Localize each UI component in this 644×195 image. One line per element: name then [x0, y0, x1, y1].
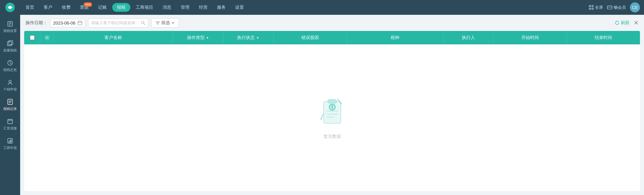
personal-tax-icon [6, 79, 14, 86]
nav-home[interactable]: 首页 [22, 3, 38, 12]
toolbar-right: 刷新 ✕ [615, 19, 639, 27]
table-body: 暂无数据 [24, 44, 640, 191]
th-error: 错误股因 [274, 32, 347, 43]
search-icon [141, 21, 145, 25]
nav-invoice[interactable]: 票据 new [76, 3, 93, 12]
tax-settings-icon [6, 20, 14, 28]
logo[interactable] [4, 1, 16, 13]
th-op-type[interactable]: 操作类型 ▼ [173, 32, 223, 43]
nav-items: 首页 客户 收费 票据 new 记账 报税 工商项目 消息 管理 经营 服务 设… [22, 3, 589, 12]
th-tax-type: 税种 [347, 32, 443, 43]
search-box[interactable]: 请输入客户助记码或名称 [88, 18, 148, 28]
svg-line-33 [144, 24, 145, 25]
top-nav-right: 全屏 畅会员 CE [589, 2, 640, 12]
chevron-down-icon [171, 21, 175, 25]
svg-rect-36 [328, 100, 337, 103]
annual-report-icon [6, 137, 14, 145]
sidebar-item-batch-tax[interactable]: 批量报税 [1, 37, 19, 55]
svg-rect-28 [78, 21, 82, 25]
svg-line-46 [321, 114, 323, 119]
th-name: 客户名称 [54, 32, 173, 43]
layout: 报税设置 批量报税 报税总览 [0, 15, 644, 195]
member-button[interactable]: 畅会员 [607, 5, 626, 10]
th-gear[interactable] [40, 32, 54, 43]
nav-industrial[interactable]: 工商项目 [132, 3, 157, 12]
nav-service[interactable]: 服务 [213, 3, 230, 12]
svg-rect-2 [589, 5, 591, 7]
svg-point-34 [46, 37, 48, 39]
nav-tax[interactable]: 报税 [112, 3, 130, 12]
batch-tax-icon [6, 40, 14, 47]
th-executor: 执行人 [443, 32, 494, 43]
nav-settings[interactable]: 设置 [231, 3, 248, 12]
nav-customer[interactable]: 客户 [40, 3, 56, 12]
gear-icon [44, 35, 50, 40]
date-label: 操作日期： [26, 20, 47, 26]
svg-point-15 [9, 80, 11, 83]
top-nav: 首页 客户 收费 票据 new 记账 报税 工商项目 消息 管理 经营 服务 设… [0, 0, 644, 15]
new-badge: new [84, 2, 92, 7]
th-start-time: 开始时间 [493, 32, 567, 43]
sort-icon-op-type: ▼ [206, 36, 209, 40]
close-button[interactable]: ✕ [634, 19, 639, 27]
table-container: 客户名称 操作类型 ▼ 执行状态 ▼ 错误股因 税种 执行人 开始时间 结束时间 [24, 31, 640, 191]
svg-rect-23 [11, 119, 11, 120]
filter-icon [156, 21, 160, 25]
sidebar-item-tax-settings[interactable]: 报税设置 [1, 17, 19, 36]
filter-button[interactable]: 筛选 [151, 18, 179, 28]
svg-rect-13 [9, 41, 13, 45]
fullscreen-icon [589, 5, 594, 10]
calendar-icon [78, 21, 82, 25]
svg-point-47 [320, 118, 321, 120]
nav-manage[interactable]: 管理 [177, 3, 194, 12]
toolbar: 操作日期： 2023-06-06 请输入客户助记码或名称 [20, 15, 644, 31]
sort-icon-exec-status: ▼ [256, 36, 259, 40]
svg-rect-22 [9, 119, 9, 120]
th-exec-status[interactable]: 执行状态 ▼ [223, 32, 274, 43]
nav-fee[interactable]: 收费 [58, 3, 75, 12]
tax-overview-icon [6, 59, 14, 67]
nav-operation[interactable]: 经营 [195, 3, 212, 12]
svg-rect-12 [7, 42, 11, 46]
settlement-icon [6, 118, 14, 125]
svg-rect-20 [8, 119, 12, 124]
svg-rect-6 [607, 6, 612, 9]
refresh-button[interactable]: 刷新 [615, 20, 630, 26]
table-scroll[interactable]: 暂无数据 [24, 44, 640, 191]
svg-rect-26 [10, 140, 10, 143]
fullscreen-button[interactable]: 全屏 [589, 5, 603, 10]
avatar[interactable]: CE [630, 2, 640, 12]
th-checkbox[interactable] [24, 33, 40, 43]
refresh-icon [615, 21, 619, 25]
table-header: 客户名称 操作类型 ▼ 执行状态 ▼ 错误股因 税种 执行人 开始时间 结束时间 [24, 31, 640, 44]
sidebar-item-annual-report[interactable]: 工商年报 [1, 134, 19, 153]
svg-point-32 [141, 21, 144, 24]
svg-point-43 [332, 108, 332, 109]
sidebar-item-settlement[interactable]: 汇算清缴 [1, 115, 19, 133]
nav-accounting[interactable]: 记账 [94, 3, 111, 12]
svg-rect-5 [592, 8, 593, 9]
nav-message[interactable]: 消息 [159, 3, 175, 12]
sidebar-item-tax-record[interactable]: 报税记录 [1, 95, 19, 114]
sidebar-item-personal-tax[interactable]: 个税申报 [1, 76, 19, 94]
select-all-checkbox[interactable] [30, 35, 35, 40]
main-content: 操作日期： 2023-06-06 请输入客户助记码或名称 [20, 15, 644, 195]
date-input[interactable]: 2023-06-06 [50, 19, 85, 27]
empty-text: 暂无数据 [324, 133, 341, 140]
sidebar: 报税设置 批量报税 报税总览 [0, 15, 20, 195]
svg-rect-4 [589, 8, 591, 9]
tax-record-icon [6, 98, 14, 106]
svg-point-45 [340, 103, 342, 105]
svg-rect-3 [592, 5, 593, 7]
member-icon [607, 5, 612, 10]
sidebar-item-tax-overview[interactable]: 报税总览 [1, 56, 19, 75]
svg-point-1 [9, 6, 11, 9]
th-end-time: 结束时间 [567, 32, 640, 43]
svg-rect-27 [11, 140, 11, 143]
svg-rect-25 [9, 141, 9, 143]
empty-illustration [315, 96, 349, 129]
